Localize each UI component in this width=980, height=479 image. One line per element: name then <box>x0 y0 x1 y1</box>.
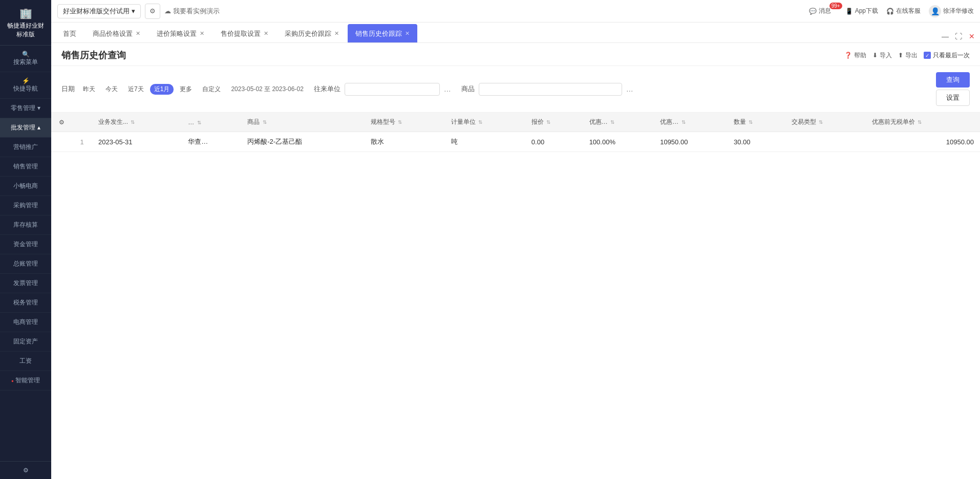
main-content: 好业财标准版交付试用 ▾ ⚙ ☁ 我要看实例演示 💬 消息 99+ 📱 App下… <box>51 0 980 479</box>
online-service-label: 在线客服 <box>896 7 921 15</box>
online-service-button[interactable]: 🎧 在线客服 <box>886 7 921 15</box>
date-opt-more[interactable]: 更多 <box>176 84 196 95</box>
sidebar-item-ledger[interactable]: 总账管理 <box>0 254 51 274</box>
product-filter: 商品 … <box>461 83 633 96</box>
product-ellipsis[interactable]: … <box>626 85 633 93</box>
cell-extra: 华查… <box>182 132 241 152</box>
app-download-button[interactable]: 📱 App下载 <box>845 7 878 15</box>
only-last-checkbox[interactable]: ✓ 只看最后一次 <box>924 51 970 60</box>
cell-num: 1 <box>72 132 92 152</box>
col-header-extra[interactable]: … ⇅ <box>182 113 241 132</box>
query-button[interactable]: 查询 <box>936 72 970 88</box>
date-opt-custom[interactable]: 自定义 <box>198 84 225 95</box>
window-minimize-button[interactable]: — <box>939 30 951 42</box>
sidebar-item-ecommerce-small[interactable]: 小畅电商 <box>0 177 51 196</box>
tab-price-extract[interactable]: 售价提取设置 ✕ <box>213 24 276 42</box>
tab-purchase-history[interactable]: 采购历史价跟踪 ✕ <box>277 24 347 42</box>
sidebar-item-tax[interactable]: 税务管理 <box>0 293 51 313</box>
quick-nav-icon: ⚡ <box>22 77 30 84</box>
tab-product-price[interactable]: 商品价格设置 ✕ <box>85 24 148 42</box>
help-button[interactable]: ❓ 帮助 <box>844 51 866 60</box>
sidebar-footer-settings[interactable]: ⚙ <box>0 461 51 479</box>
table-row[interactable]: 1 2023-05-31 华查… 丙烯酸-2-乙基己酯 散水 吨 0.00 10… <box>51 132 980 152</box>
sidebar-item-invoice[interactable]: 发票管理 <box>0 274 51 293</box>
product-input[interactable] <box>479 83 622 96</box>
sidebar-item-sales[interactable]: 销售管理 <box>0 157 51 177</box>
export-button[interactable]: ⬆ 导出 <box>898 51 918 60</box>
date-opt-yesterday[interactable]: 昨天 <box>79 84 99 95</box>
cell-quantity: 30.00 <box>728 132 785 152</box>
source-unit-filter: 往来单位 … <box>314 83 451 96</box>
col-header-business-date[interactable]: 业务发生... ⇅ <box>92 113 182 132</box>
gear-icon: ⚙ <box>150 7 156 15</box>
mobile-icon: 📱 <box>845 8 853 15</box>
import-icon: ⬇ <box>872 52 878 59</box>
table-wrapper: ⚙ 业务发生... ⇅ … ⇅ 商品 ⇅ 规格型号 ⇅ 计量单位 ⇅ 报价 ⇅ … <box>51 113 980 152</box>
col-header-spec[interactable]: 规格型号 ⇅ <box>365 113 445 132</box>
filter-settings-button[interactable]: 设置 <box>936 90 970 106</box>
app-logo: 🏢 畅捷通好业财 标准版 <box>0 0 51 46</box>
date-opt-1month[interactable]: 近1月 <box>150 84 174 95</box>
tab-purchase-strategy[interactable]: 进价策略设置 ✕ <box>149 24 212 42</box>
sidebar-item-ai[interactable]: ● 智能管理 <box>0 371 51 390</box>
col-header-discount2[interactable]: 优惠… ⇅ <box>654 113 728 132</box>
tab-home[interactable]: 首页 <box>55 24 84 42</box>
col-header-pretax-price[interactable]: 优惠前无税单价 ⇅ <box>866 113 980 132</box>
sidebar-item-quick-nav[interactable]: ⚡ 快捷导航 <box>0 72 51 99</box>
col-header-num <box>72 113 92 132</box>
cell-unit: 吨 <box>445 132 525 152</box>
col-header-product[interactable]: 商品 ⇅ <box>241 113 365 132</box>
close-icon[interactable]: ✕ <box>136 30 140 37</box>
sidebar-item-purchase[interactable]: 采购管理 <box>0 196 51 215</box>
close-icon[interactable]: ✕ <box>334 30 339 37</box>
source-unit-ellipsis[interactable]: … <box>444 85 451 93</box>
sidebar-item-marketing[interactable]: 营销推广 <box>0 138 51 157</box>
demo-link[interactable]: ☁ 我要看实例演示 <box>164 7 220 16</box>
sidebar: 🏢 畅捷通好业财 标准版 🔍 搜索菜单 ⚡ 快捷导航 零售管理 ▾ 批发管理 ▴… <box>0 0 51 479</box>
page-header: 销售历史价查询 ❓ 帮助 ⬇ 导入 ⬆ 导出 ✓ 只看最后一次 <box>51 43 980 66</box>
sidebar-item-search[interactable]: 🔍 搜索菜单 <box>0 46 51 72</box>
cell-transaction-type <box>785 132 866 152</box>
message-label: 消息 <box>819 7 831 15</box>
sidebar-item-wholesale[interactable]: 批发管理 ▴ <box>0 118 51 138</box>
sidebar-item-ecommerce[interactable]: 电商管理 <box>0 313 51 332</box>
col-header-unit[interactable]: 计量单位 ⇅ <box>445 113 525 132</box>
demo-icon: ☁ <box>164 7 171 15</box>
source-unit-input[interactable] <box>345 83 440 96</box>
headset-icon: 🎧 <box>886 8 894 15</box>
col-header-quantity[interactable]: 数量 ⇅ <box>728 113 785 132</box>
close-icon[interactable]: ✕ <box>264 30 268 37</box>
chevron-down-icon: ▾ <box>132 7 135 15</box>
question-icon: ❓ <box>844 52 852 59</box>
col-header-settings[interactable]: ⚙ <box>51 113 72 132</box>
sidebar-item-finance[interactable]: 资金管理 <box>0 235 51 254</box>
cell-pretax-price: 10950.00 <box>866 132 980 152</box>
header-settings-button[interactable]: ⚙ <box>145 4 160 19</box>
message-button[interactable]: 💬 消息 99+ <box>809 7 837 15</box>
tab-price-extract-label: 售价提取设置 <box>221 29 261 38</box>
cell-business-date: 2023-05-31 <box>92 132 182 152</box>
sidebar-item-retail[interactable]: 零售管理 ▾ <box>0 99 51 118</box>
version-select[interactable]: 好业财标准版交付试用 ▾ <box>57 4 141 18</box>
col-header-transaction-type[interactable]: 交易类型 ⇅ <box>785 113 866 132</box>
date-filter-group: 日期 昨天 今天 近7天 近1月 更多 自定义 2023-05-02 至 202… <box>61 84 304 95</box>
date-opt-today[interactable]: 今天 <box>101 84 122 95</box>
window-maximize-button[interactable]: ⛶ <box>952 30 965 42</box>
window-close-button[interactable]: ✕ <box>966 30 978 42</box>
tab-sales-history[interactable]: 销售历史价跟踪 ✕ <box>348 24 417 42</box>
filter-area: 日期 昨天 今天 近7天 近1月 更多 自定义 2023-05-02 至 202… <box>51 66 980 113</box>
import-button[interactable]: ⬇ 导入 <box>872 51 892 60</box>
date-opt-7days[interactable]: 近7天 <box>124 84 148 95</box>
filter-actions: 查询 设置 <box>936 72 970 106</box>
col-header-discount1[interactable]: 优惠… ⇅ <box>583 113 654 132</box>
col-header-price[interactable]: 报价 ⇅ <box>525 113 583 132</box>
sidebar-item-inventory[interactable]: 库存核算 <box>0 215 51 235</box>
close-icon[interactable]: ✕ <box>200 30 204 37</box>
app-edition: 标准版 <box>4 30 47 39</box>
user-info[interactable]: 👤 徐泽华修改 <box>929 5 974 17</box>
ai-dot: ● <box>11 379 14 383</box>
sidebar-item-payroll[interactable]: 工资 <box>0 352 51 371</box>
sidebar-item-fixed-assets[interactable]: 固定资产 <box>0 332 51 352</box>
close-icon[interactable]: ✕ <box>405 30 410 37</box>
table-header-row: ⚙ 业务发生... ⇅ … ⇅ 商品 ⇅ 规格型号 ⇅ 计量单位 ⇅ 报价 ⇅ … <box>51 113 980 132</box>
